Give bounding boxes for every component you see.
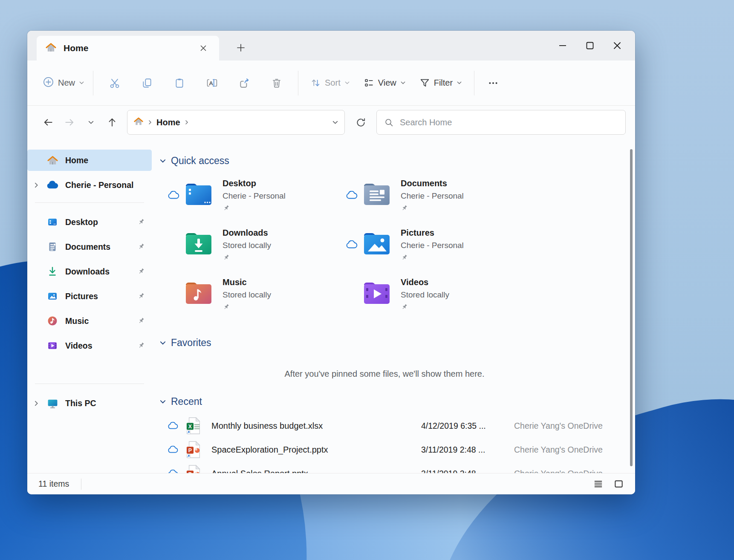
- quick-access-tile-desktop[interactable]: Desktop Cherie - Personal: [168, 177, 346, 214]
- more-options-button[interactable]: [480, 69, 507, 97]
- view-button[interactable]: View: [357, 69, 413, 97]
- pin-icon: [137, 218, 145, 226]
- quick-access-tile-videos[interactable]: Videos Stored locally: [346, 276, 524, 312]
- onedrive-status-icon: [168, 422, 180, 430]
- back-button[interactable]: [38, 112, 59, 133]
- sidebar-item-desktop[interactable]: Desktop: [27, 211, 152, 233]
- chevron-down-icon[interactable]: [159, 158, 166, 165]
- search-box[interactable]: [376, 110, 626, 135]
- sidebar-item-videos[interactable]: Videos: [27, 335, 152, 356]
- new-plus-icon: [43, 76, 54, 89]
- powerpoint-file-icon: P: [186, 441, 205, 459]
- view-button-label: View: [378, 78, 396, 88]
- sidebar-item-downloads[interactable]: Downloads: [27, 261, 152, 282]
- sidebar-item-label: Pictures: [65, 292, 98, 301]
- sidebar-item-music[interactable]: Music: [27, 310, 152, 332]
- cut-button[interactable]: [98, 69, 131, 97]
- delete-icon: [271, 78, 282, 89]
- tile-location: Cherie - Personal: [401, 191, 464, 201]
- onedrive-status-icon: [168, 446, 180, 453]
- file-date-modified: 4/12/2019 6:35 ...: [421, 421, 508, 431]
- address-dropdown-chevron-icon[interactable]: [332, 119, 338, 126]
- window-controls: [549, 31, 631, 61]
- navigation-pane: Home Cherie - Personal Desktop: [27, 139, 152, 473]
- details-view-icon[interactable]: [591, 477, 605, 491]
- new-tab-button[interactable]: [231, 38, 251, 57]
- navigation-bar: Home: [27, 106, 635, 139]
- up-button[interactable]: [101, 112, 123, 133]
- breadcrumb-home[interactable]: Home: [156, 118, 180, 127]
- share-button[interactable]: [228, 69, 260, 97]
- recent-file-row[interactable]: P Annual Sales Report.pptx 3/11/2019 2:4…: [159, 464, 635, 473]
- minimize-button[interactable]: [549, 31, 576, 61]
- chevron-down-icon: [79, 80, 84, 86]
- onedrive-status-icon: [168, 177, 181, 214]
- address-bar[interactable]: Home: [127, 110, 345, 135]
- refresh-button[interactable]: [350, 112, 371, 133]
- home-icon: [45, 42, 57, 55]
- toolbar-separator: [93, 71, 93, 95]
- quick-access-tile-music[interactable]: Music Stored locally: [168, 276, 346, 312]
- vertical-scrollbar[interactable]: [630, 149, 633, 466]
- item-count: 11 items: [38, 479, 69, 489]
- back-icon: [43, 117, 54, 128]
- paste-button[interactable]: [163, 69, 196, 97]
- refresh-icon: [355, 117, 366, 128]
- new-button[interactable]: New: [39, 69, 88, 97]
- quick-access-tile-documents[interactable]: Documents Cherie - Personal: [346, 177, 524, 214]
- maximize-button[interactable]: [576, 31, 604, 61]
- search-input[interactable]: [400, 118, 618, 127]
- favorites-header[interactable]: Favorites: [159, 337, 635, 349]
- powerpoint-file-icon: P: [186, 465, 205, 473]
- tab-title: Home: [64, 43, 88, 53]
- sidebar-separator: [35, 202, 144, 203]
- chevron-down-icon[interactable]: [159, 398, 166, 405]
- documents-icon: [45, 241, 60, 252]
- svg-text:A: A: [209, 80, 213, 87]
- recent-file-row[interactable]: P SpaceExploration_Project.pptx 3/11/201…: [159, 440, 635, 459]
- filter-button[interactable]: Filter: [413, 69, 469, 97]
- recent-header[interactable]: Recent: [159, 396, 635, 407]
- forward-button[interactable]: [59, 112, 80, 133]
- file-location: Cherie Yang's OneDrive: [514, 421, 635, 431]
- recent-files-list: X Monthly business budget.xlsx 4/12/2019…: [159, 416, 635, 473]
- sort-button-label: Sort: [325, 78, 341, 88]
- section-title: Favorites: [171, 337, 211, 349]
- tile-name: Pictures: [401, 228, 464, 238]
- filter-button-label: Filter: [434, 78, 453, 88]
- quick-access-grid: Desktop Cherie - Personal: [159, 177, 635, 312]
- sort-icon: [310, 78, 321, 88]
- sidebar-item-pictures[interactable]: Pictures: [27, 286, 152, 307]
- chevron-down-icon: [457, 80, 462, 86]
- sort-button[interactable]: Sort: [303, 69, 357, 97]
- rename-button[interactable]: A: [196, 69, 228, 97]
- sidebar-item-home[interactable]: Home: [27, 150, 152, 171]
- expand-chevron-icon[interactable]: [27, 182, 45, 188]
- quick-access-header[interactable]: Quick access: [159, 155, 635, 167]
- pin-icon: [223, 254, 230, 263]
- sidebar-item-label: This PC: [65, 398, 96, 408]
- delete-button[interactable]: [260, 69, 293, 97]
- file-location: Cherie Yang's OneDrive: [514, 469, 635, 473]
- tab-close-icon[interactable]: [196, 41, 211, 55]
- command-toolbar: New A Sort View: [27, 61, 635, 106]
- onedrive-status-icon: [168, 470, 180, 473]
- recent-file-row[interactable]: X Monthly business budget.xlsx 4/12/2019…: [159, 416, 635, 436]
- large-icons-view-icon[interactable]: [611, 477, 626, 491]
- quick-access-tile-downloads[interactable]: Downloads Stored locally: [168, 226, 346, 263]
- expand-chevron-icon[interactable]: [27, 400, 45, 407]
- sidebar-item-documents[interactable]: Documents: [27, 236, 152, 257]
- chevron-down-icon[interactable]: [159, 340, 166, 346]
- copy-button[interactable]: [131, 69, 163, 97]
- downloads-icon: [45, 266, 60, 277]
- breadcrumb-chevron-icon[interactable]: [184, 120, 189, 125]
- close-button[interactable]: [604, 31, 631, 61]
- tile-name: Music: [223, 277, 271, 287]
- sidebar-item-this-pc[interactable]: This PC: [27, 393, 152, 414]
- tile-location: Stored locally: [223, 290, 271, 300]
- quick-access-tile-pictures[interactable]: Pictures Cherie - Personal: [346, 226, 524, 263]
- pin-icon: [401, 303, 408, 312]
- sidebar-item-onedrive[interactable]: Cherie - Personal: [27, 174, 152, 196]
- recent-locations-button[interactable]: [80, 112, 101, 133]
- tab-home[interactable]: Home: [37, 36, 219, 61]
